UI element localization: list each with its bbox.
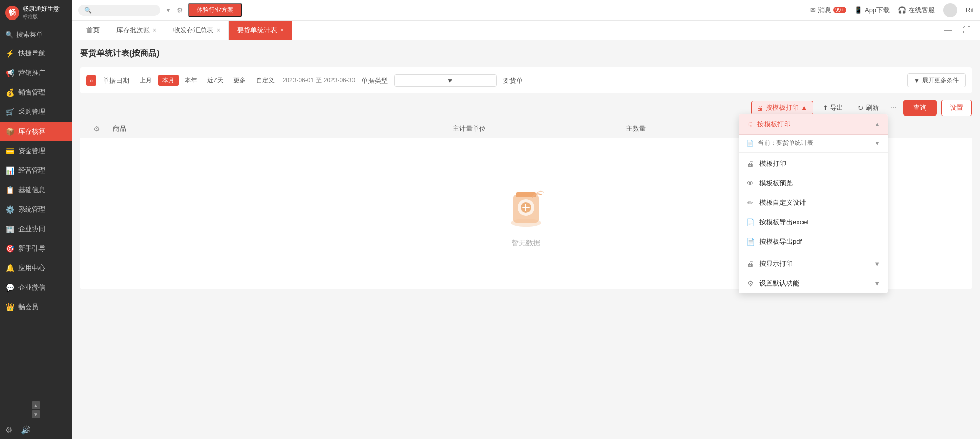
sidebar-item-label: 经营管理 xyxy=(18,166,45,175)
inventory-icon: 📦 xyxy=(5,127,14,136)
main: 🔍 ▼ ⚙ 体验行业方案 ✉ 消息 99+ 📱 App下载 🎧 在线客服 Rit xyxy=(72,0,980,439)
guide-icon: 🎯 xyxy=(5,244,14,253)
col-header-unit: 主计量单位 xyxy=(453,124,619,133)
topbar-msg[interactable]: ✉ 消息 99+ xyxy=(810,6,846,15)
sidebar-item-label: 快捷导航 xyxy=(18,49,45,58)
purchase-icon: 🛒 xyxy=(5,108,14,116)
settings-btn[interactable]: 设置 xyxy=(941,100,972,116)
filter-bar: » 单据日期 上月 本月 本年 近7天 更多 自定义 2023-06-01 至 … xyxy=(80,67,972,93)
expand-more-btn[interactable]: ▼ 展开更多条件 xyxy=(907,73,966,87)
more-btn[interactable]: ··· xyxy=(888,101,899,114)
date-range: 2023-06-01 至 2023-06-30 xyxy=(283,76,355,85)
dropdown-template-preview[interactable]: 👁 模板板预览 xyxy=(739,174,888,193)
dropdown-set-default[interactable]: ⚙ 设置默认功能 ▼ xyxy=(739,274,888,293)
print-label: 按模板打印 xyxy=(766,103,799,112)
display-print-label: 按显示打印 xyxy=(759,259,793,269)
export-pdf-icon: 📄 xyxy=(746,238,754,246)
sidebar-search[interactable]: 🔍 搜索菜单 xyxy=(0,26,72,44)
sidebar-item-label: 销售管理 xyxy=(18,88,45,97)
topbar-app[interactable]: 📱 App下载 xyxy=(854,6,890,15)
date-tab-this-year[interactable]: 本年 xyxy=(181,75,201,86)
sound-footer-icon[interactable]: 🔊 xyxy=(21,425,31,435)
table-settings-icon[interactable]: ⚙ xyxy=(93,125,100,133)
dropdown-print-icon: 🖨 xyxy=(746,120,753,128)
tab-order-stats[interactable]: 要货单统计表 × xyxy=(229,21,292,40)
refresh-btn[interactable]: ↻ 刷新 xyxy=(853,101,884,114)
sidebar-item-enterprise[interactable]: 🏢 企业协同 xyxy=(0,219,72,239)
sidebar-item-system[interactable]: ⚙️ 系统管理 xyxy=(0,200,72,219)
tab-home[interactable]: 首页 xyxy=(78,21,108,40)
settings-footer-icon[interactable]: ⚙ xyxy=(5,425,12,435)
date-tab-custom[interactable]: 自定义 xyxy=(252,75,279,86)
marketing-icon: 📢 xyxy=(5,69,14,77)
export-btn[interactable]: ⬆ 导出 xyxy=(817,101,849,114)
export-icon: ⬆ xyxy=(822,104,828,112)
sidebar-item-marketing[interactable]: 📢 营销推广 xyxy=(0,63,72,83)
divider-1 xyxy=(739,152,888,153)
sidebar-item-label: 新手引导 xyxy=(18,244,45,253)
divider-2 xyxy=(739,253,888,253)
tab-batch-account[interactable]: 库存批次账 × xyxy=(108,21,165,40)
set-default-chevron: ▼ xyxy=(874,280,880,288)
topbar-dropdown-chevron[interactable]: ▼ xyxy=(165,7,171,14)
dropdown-export-pdf[interactable]: 📄 按模板导出pdf xyxy=(739,232,888,252)
tab-batch-account-close[interactable]: × xyxy=(153,27,156,34)
query-btn[interactable]: 查询 xyxy=(903,100,937,116)
date-tab-this-month[interactable]: 本月 xyxy=(158,75,179,86)
enterprise-icon: 🏢 xyxy=(5,225,14,233)
tab-order-stats-close[interactable]: × xyxy=(280,27,284,34)
sidebar-item-guide[interactable]: 🎯 新手引导 xyxy=(0,239,72,258)
template-preview-label: 模板板预览 xyxy=(759,179,880,188)
sidebar-item-label: 系统管理 xyxy=(18,205,45,214)
appstore-icon: 🔔 xyxy=(5,264,14,272)
tab-receipt-summary[interactable]: 收发存汇总表 × xyxy=(165,21,229,40)
expand-more-icon: ▼ xyxy=(914,77,920,84)
sidebar-item-finance[interactable]: 💳 资金管理 xyxy=(0,141,72,161)
sidebar-item-basic[interactable]: 📋 基础信息 xyxy=(0,180,72,200)
trial-btn[interactable]: 体验行业方案 xyxy=(188,3,242,17)
tab-minimize-btn[interactable]: — xyxy=(941,25,955,36)
type-select[interactable]: ▼ xyxy=(394,74,497,87)
message-icon: ✉ xyxy=(810,6,816,14)
date-tabs: 上月 本月 本年 近7天 更多 自定义 2023-06-01 至 2023-06… xyxy=(135,75,355,86)
tab-order-stats-label: 要货单统计表 xyxy=(237,26,277,35)
tab-maximize-btn[interactable]: ⛶ xyxy=(959,25,974,36)
sidebar-item-appstore[interactable]: 🔔 应用中心 xyxy=(0,258,72,278)
dropdown-display-print[interactable]: 🖨 按显示打印 ▼ xyxy=(739,254,888,274)
filter-expand-btn[interactable]: » xyxy=(86,75,96,86)
topbar-service[interactable]: 🎧 在线客服 xyxy=(898,6,935,15)
yaohuodan-label: 要货单 xyxy=(503,76,523,85)
sidebar-item-quick-nav[interactable]: ⚡ 快捷导航 xyxy=(0,44,72,63)
date-tab-7days[interactable]: 近7天 xyxy=(203,75,227,86)
sidebar-item-inventory[interactable]: 📦 库存核算 xyxy=(0,122,72,141)
scroll-up-btn[interactable]: ▲ xyxy=(32,401,40,409)
export-label: 导出 xyxy=(830,103,844,112)
app-icon: 📱 xyxy=(854,6,863,14)
sidebar-item-member[interactable]: 👑 畅会员 xyxy=(0,297,72,317)
dropdown-template-design[interactable]: ✏ 模板自定义设计 xyxy=(739,193,888,213)
tab-receipt-summary-close[interactable]: × xyxy=(217,27,220,34)
basic-icon: 📋 xyxy=(5,186,14,194)
sidebar-item-purchase[interactable]: 🛒 采购管理 xyxy=(0,102,72,122)
date-tab-last-month[interactable]: 上月 xyxy=(135,75,156,86)
dropdown-current-chevron[interactable]: ▼ xyxy=(874,140,880,147)
dropdown-current-label: 当前：要货单统计表 xyxy=(758,139,813,147)
topbar-search[interactable]: 🔍 xyxy=(78,5,160,16)
scroll-down-btn[interactable]: ▼ xyxy=(32,410,40,418)
topbar-username[interactable]: Rit xyxy=(966,6,974,14)
sidebar-item-sales[interactable]: 💰 销售管理 xyxy=(0,83,72,102)
sidebar-item-label: 企业微信 xyxy=(18,283,45,292)
dropdown-export-excel[interactable]: 📄 按模板导出excel xyxy=(739,213,888,232)
topbar-gear-icon[interactable]: ⚙ xyxy=(177,6,183,14)
topbar-search-icon: 🔍 xyxy=(84,7,92,14)
topbar-avatar[interactable] xyxy=(943,3,957,17)
dropdown-close-chevron[interactable]: ▲ xyxy=(874,121,880,128)
sidebar-scroll-control: ▲ ▼ xyxy=(0,399,72,421)
date-tab-more[interactable]: 更多 xyxy=(229,75,250,86)
print-btn[interactable]: 🖨 按模板打印 ▲ xyxy=(751,101,813,115)
sidebar-item-operation[interactable]: 📊 经营管理 xyxy=(0,161,72,180)
sidebar-footer: ⚙ 🔊 xyxy=(0,421,72,439)
sidebar-item-wechat[interactable]: 💬 企业微信 xyxy=(0,278,72,297)
dropdown-template-print[interactable]: 🖨 模板打印 xyxy=(739,154,888,174)
service-icon: 🎧 xyxy=(898,6,906,14)
